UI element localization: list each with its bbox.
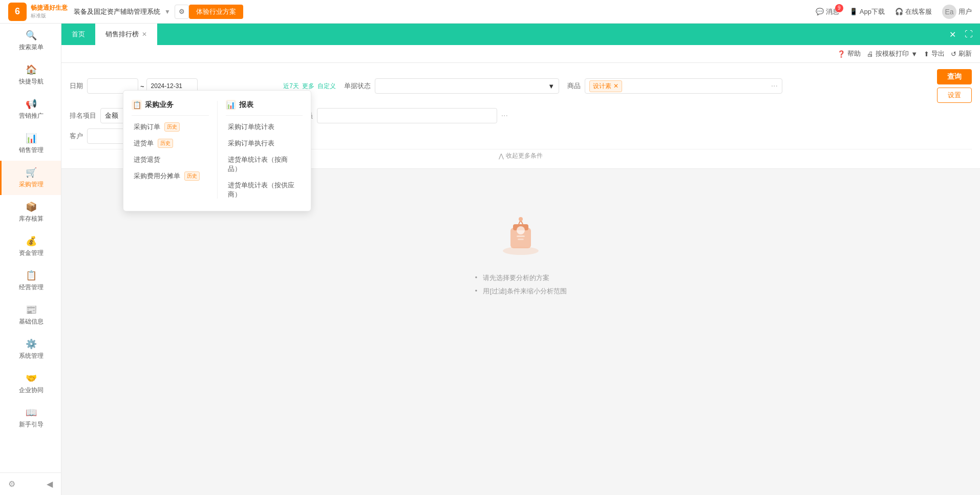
content-area: 首页 销售排行榜 ✕ ✕ ⛶ ❓ 帮助 🖨 按模板打印	[61, 24, 980, 495]
purchase-icon: 🛒	[26, 167, 37, 178]
sidebar-label-quick-nav: 快捷导航	[19, 77, 44, 86]
refresh-button[interactable]: ↺ 刷新	[951, 49, 972, 58]
empty-tip-2: 用[过滤]条件来缩小分析范围	[475, 285, 566, 298]
purchase-expense-label: 采购费用分摊单	[134, 171, 180, 181]
dropdown-item-purchase-expense[interactable]: 采购费用分摊单 历史	[132, 168, 209, 184]
purchase-return-label: 进货退货	[134, 155, 160, 164]
sidebar-label-guide: 新手引导	[19, 420, 44, 429]
history-badge-3: 历史	[184, 171, 200, 181]
sidebar-item-search-menu[interactable]: 🔍 搜索菜单	[0, 24, 61, 58]
app-download-button[interactable]: 📱 App下载	[849, 7, 885, 16]
sidebar-item-marketing[interactable]: 📢 营销推广	[0, 92, 61, 126]
sidebar-item-basic-info[interactable]: 📰 基础信息	[0, 298, 61, 332]
history-badge-2: 历史	[158, 139, 173, 148]
status-select[interactable]: ▼	[375, 78, 559, 94]
bottom-collapse-icon[interactable]: ◀	[47, 479, 53, 489]
query-button[interactable]: 查询	[937, 69, 972, 84]
quick-nav-icon: 🏠	[26, 64, 37, 75]
app-edition: 标准版	[31, 12, 68, 19]
sidebar-item-operation[interactable]: 📋 经营管理	[0, 264, 61, 298]
tab-close-all-button[interactable]: ✕	[945, 27, 960, 41]
order-exec-label: 采购订单执行表	[228, 139, 274, 148]
sidebar-label-search-menu: 搜索菜单	[19, 43, 44, 52]
help-icon: ❓	[837, 50, 845, 58]
sidebar-label-sales: 销售管理	[19, 146, 44, 155]
set-button[interactable]: 设置	[937, 88, 972, 103]
sidebar-item-enterprise[interactable]: 🤝 企业协同	[0, 367, 61, 401]
salesman-dots: ···	[501, 111, 508, 120]
dropdown-item-in-by-goods[interactable]: 进货单统计表（按商品）	[226, 152, 303, 177]
status-filter-label: 单据状态	[344, 81, 371, 91]
quick-7days-btn[interactable]: 近7天	[283, 82, 299, 91]
tabs-bar: 首页 销售排行榜 ✕ ✕ ⛶	[61, 24, 980, 45]
help-button[interactable]: ❓ 帮助	[837, 49, 861, 58]
sidebar-label-basic-info: 基础信息	[19, 317, 44, 326]
goods-tag: 设计素 ✕	[589, 80, 622, 92]
user-avatar: Ea	[942, 5, 956, 19]
svg-point-8	[519, 217, 523, 221]
tab-maximize-button[interactable]: ⛶	[962, 27, 976, 41]
dropdown-item-order-stat[interactable]: 采购订单统计表	[226, 119, 303, 135]
sidebar-item-guide[interactable]: 📖 新手引导	[0, 401, 61, 435]
dropdown-col2-title: 📊 报表	[226, 97, 303, 116]
print-dropdown-icon: ▼	[911, 50, 918, 58]
order-stat-label: 采购订单统计表	[228, 122, 274, 132]
rank-filter-label: 排名项目	[70, 111, 96, 120]
sidebar-item-quick-nav[interactable]: 🏠 快捷导航	[0, 58, 61, 92]
header-right: 💬 消息 9 📱 App下载 🎧 在线客服 Ea 用户	[816, 5, 972, 19]
export-icon: ⬆	[924, 50, 929, 58]
sidebar-label-enterprise: 企业协同	[19, 386, 44, 395]
goods-tag-close[interactable]: ✕	[613, 82, 619, 90]
print-icon: 🖨	[867, 50, 874, 58]
tab-home[interactable]: 首页	[61, 24, 95, 45]
dropdown-item-purchase-order[interactable]: 采购订单 历史	[132, 119, 209, 135]
sidebar-item-finance[interactable]: 💰 资金管理	[0, 229, 61, 264]
salesman-select[interactable]	[317, 108, 497, 123]
operation-icon: 📋	[26, 270, 37, 281]
empty-illustration	[495, 210, 546, 261]
dropdown-item-purchase-return[interactable]: 进货退货	[132, 152, 209, 168]
top-header: 6 畅捷通好生意 标准版 装备及固定资产辅助管理系统 ▼ ⚙ 体验行业方案 💬 …	[0, 0, 980, 24]
quick-custom-btn[interactable]: 自定义	[317, 82, 336, 91]
dropdown-item-order-exec[interactable]: 采购订单执行表	[226, 135, 303, 152]
tab-close-button[interactable]: ✕	[142, 31, 147, 38]
svg-rect-4	[517, 235, 525, 237]
sidebar-item-purchase[interactable]: 🛒 采购管理	[0, 161, 61, 195]
sales-icon: 📊	[26, 133, 37, 144]
inventory-icon: 📦	[26, 201, 37, 212]
system-settings-button[interactable]: ⚙	[175, 5, 189, 19]
print-button[interactable]: 🖨 按模板打印 ▼	[867, 49, 918, 58]
in-by-goods-label: 进货单统计表（按商品）	[228, 155, 301, 174]
dropdown-col1-title: 📋 采购业务	[132, 97, 209, 116]
sidebar-item-inventory[interactable]: 📦 库存核算	[0, 195, 61, 229]
date-separator: ~	[140, 82, 144, 90]
dropdown-col-reports: 📊 报表 采购订单统计表 采购订单执行表 进货单统计表（按商品） 进货单统计表（…	[218, 97, 311, 203]
purchase-col-icon: 📋	[132, 100, 142, 110]
status-filter: 单据状态 ▼	[344, 78, 559, 94]
export-button[interactable]: ⬆ 导出	[924, 49, 945, 58]
sidebar-item-sales[interactable]: 📊 销售管理	[0, 126, 61, 161]
user-menu-button[interactable]: Ea 用户	[942, 5, 972, 19]
guide-icon: 📖	[26, 407, 37, 418]
message-button[interactable]: 💬 消息 9	[816, 7, 839, 16]
tab-sales-rank-label: 销售排行榜	[105, 30, 139, 39]
sidebar-label-purchase: 采购管理	[19, 180, 44, 189]
dropdown-item-in-by-supplier[interactable]: 进货单统计表（按供应商）	[226, 177, 303, 203]
title-dropdown-arrow[interactable]: ▼	[164, 8, 171, 15]
purchase-order-label: 采购订单	[134, 122, 160, 132]
action-buttons: 查询 设置	[937, 69, 972, 103]
dropdown-item-purchase-in[interactable]: 进货单 历史	[132, 135, 209, 152]
quick-more-btn[interactable]: 更多	[302, 82, 314, 91]
sidebar-label-inventory: 库存核算	[19, 214, 44, 223]
online-service-button[interactable]: 🎧 在线客服	[895, 7, 932, 16]
sidebar-item-system[interactable]: ⚙️ 系统管理	[0, 332, 61, 367]
sidebar-label-system: 系统管理	[19, 352, 44, 360]
goods-select[interactable]: 设计素 ✕ ···	[585, 78, 782, 94]
tab-sales-rank[interactable]: 销售排行榜 ✕	[95, 24, 157, 45]
logo-area: 6 畅捷通好生意 标准版	[8, 3, 70, 21]
message-icon: 💬	[816, 8, 824, 15]
tabs-actions: ✕ ⛶	[945, 27, 980, 41]
industry-button[interactable]: 体验行业方案	[189, 5, 243, 19]
app-logo-icon: 6	[8, 3, 27, 21]
bottom-settings-icon[interactable]: ⚙	[8, 479, 15, 489]
